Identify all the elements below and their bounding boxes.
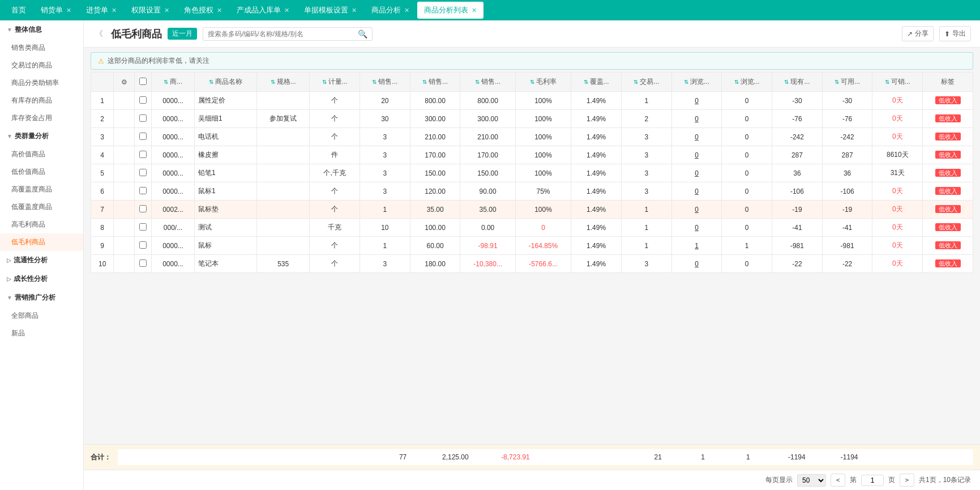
row-view1[interactable]: 0: [671, 92, 722, 110]
row-checkbox-cell[interactable]: [134, 237, 151, 255]
sidebar-item-low-value[interactable]: 低价值商品: [0, 163, 83, 181]
export-button[interactable]: ⬆ 导出: [939, 26, 971, 41]
nav-close-product-analysis-list[interactable]: ✕: [472, 7, 477, 14]
row-checkbox[interactable]: [139, 114, 147, 122]
col-saleable[interactable]: ⇅可销...: [872, 73, 923, 92]
nav-template[interactable]: 单据模板设置 ✕: [297, 2, 363, 19]
row-checkbox-cell[interactable]: [134, 92, 151, 110]
row-sales-price: 210.00: [410, 128, 460, 146]
sidebar-item-new-products[interactable]: 新品: [0, 325, 83, 342]
row-coverage: 1.49%: [571, 110, 622, 128]
sidebar-group-cluster[interactable]: ▼ 类群量分析: [0, 127, 83, 146]
sidebar-item-stocked-products[interactable]: 有库存的商品: [0, 92, 83, 109]
col-view2[interactable]: ⇅浏览...: [722, 73, 772, 92]
sidebar-item-traded-products[interactable]: 交易过的商品: [0, 57, 83, 74]
row-checkbox-cell[interactable]: [134, 219, 151, 237]
col-checkbox-all[interactable]: [134, 73, 151, 92]
nav-close-product-analysis[interactable]: ✕: [404, 7, 409, 14]
row-view1[interactable]: 0: [671, 182, 722, 201]
date-tag[interactable]: 近一月: [168, 28, 197, 40]
col-coverage[interactable]: ⇅覆盖...: [571, 73, 622, 92]
sidebar-item-stock-capital[interactable]: 库存资金占用: [0, 109, 83, 127]
nav-close-template[interactable]: ✕: [352, 7, 357, 14]
col-unit[interactable]: ⇅计量...: [310, 73, 360, 92]
col-sales-profit[interactable]: ⇅销售...: [460, 73, 515, 92]
row-checkbox-cell[interactable]: [134, 255, 151, 273]
sidebar-item-high-profit[interactable]: 高毛利商品: [0, 216, 83, 233]
col-code[interactable]: ⇅商...: [151, 73, 194, 92]
sidebar-group-growth[interactable]: ▷ 成长性分析: [0, 270, 83, 288]
col-available[interactable]: ⇅可用...: [822, 73, 872, 92]
row-view1[interactable]: 0: [671, 146, 722, 164]
checkbox-all[interactable]: [139, 78, 147, 85]
col-stock-now[interactable]: ⇅现有...: [772, 73, 823, 92]
per-page-select[interactable]: 50 10 20 100: [797, 474, 826, 487]
sidebar-item-all-products[interactable]: 全部商品: [0, 307, 83, 325]
nav-close-permission[interactable]: ✕: [164, 7, 169, 14]
prev-page-btn[interactable]: ＜: [831, 474, 845, 487]
share-button[interactable]: ↗ 分享: [902, 26, 934, 41]
next-page-btn[interactable]: ＞: [900, 474, 914, 487]
tag-badge: 低收入: [935, 223, 961, 231]
col-transaction[interactable]: ⇅交易...: [621, 73, 671, 92]
search-input[interactable]: [208, 30, 356, 38]
col-view1[interactable]: ⇅浏览...: [671, 73, 722, 92]
row-checkbox[interactable]: [139, 205, 147, 212]
row-checkbox[interactable]: [139, 151, 147, 158]
sidebar-item-high-value[interactable]: 高价值商品: [0, 146, 83, 163]
nav-close-product-warehouse[interactable]: ✕: [284, 7, 289, 14]
row-view1[interactable]: 1: [671, 237, 722, 255]
sidebar-item-low-coverage[interactable]: 低覆盖度商品: [0, 198, 83, 216]
nav-close-purchase[interactable]: ✕: [112, 7, 117, 14]
col-name[interactable]: ⇅商品名称: [194, 73, 256, 92]
sidebar-item-low-profit[interactable]: 低毛利商品: [0, 233, 83, 251]
sidebar-group-overview[interactable]: ▼ 整体信息: [0, 20, 83, 39]
data-table-wrapper: ⚙ ⇅商... ⇅商品名称 ⇅规格...: [84, 72, 980, 444]
nav-home[interactable]: 首页: [5, 2, 33, 19]
row-checkbox[interactable]: [139, 169, 147, 176]
row-checkbox[interactable]: [139, 241, 147, 249]
nav-product-warehouse[interactable]: 产成品入库单 ✕: [230, 2, 296, 19]
row-sales-qty: 3: [360, 182, 410, 201]
row-checkbox[interactable]: [139, 133, 147, 140]
row-checkbox-cell[interactable]: [134, 164, 151, 182]
col-sales-qty[interactable]: ⇅销售...: [360, 73, 410, 92]
row-checkbox-cell[interactable]: [134, 201, 151, 219]
sidebar-group-marketing[interactable]: ▼ 营销推广分析: [0, 288, 83, 307]
col-settings[interactable]: ⚙: [114, 73, 135, 92]
sidebar-item-high-coverage[interactable]: 高覆盖度商品: [0, 181, 83, 198]
row-checkbox[interactable]: [139, 96, 147, 104]
row-checkbox-cell[interactable]: [134, 110, 151, 128]
sidebar-item-category-sales-rate[interactable]: 商品分类助销率: [0, 74, 83, 92]
row-view2: 0: [722, 201, 772, 219]
row-view1[interactable]: 0: [671, 164, 722, 182]
row-view1[interactable]: 0: [671, 201, 722, 219]
col-gross-rate[interactable]: ⇅毛利率: [515, 73, 571, 92]
nav-product-analysis[interactable]: 商品分析 ✕: [365, 2, 416, 19]
search-icon[interactable]: 🔍: [358, 29, 367, 39]
row-view1[interactable]: 0: [671, 110, 722, 128]
row-checkbox-cell[interactable]: [134, 146, 151, 164]
row-checkbox[interactable]: [139, 223, 147, 231]
col-sales-price[interactable]: ⇅销售...: [410, 73, 460, 92]
row-view1[interactable]: 0: [671, 128, 722, 146]
row-checkbox[interactable]: [139, 187, 147, 194]
nav-sales[interactable]: 销货单 ✕: [34, 2, 78, 19]
nav-permission[interactable]: 权限设置 ✕: [125, 2, 176, 19]
nav-purchase[interactable]: 进货单 ✕: [79, 2, 123, 19]
row-checkbox-cell[interactable]: [134, 128, 151, 146]
row-checkbox-cell[interactable]: [134, 182, 151, 201]
sidebar-collapse-btn[interactable]: 《: [93, 28, 105, 40]
sidebar-group-liquidity[interactable]: ▷ 流通性分析: [0, 251, 83, 270]
nav-role[interactable]: 角色授权 ✕: [177, 2, 229, 19]
table-row: 3 0000... 电话机 个 3 210.00 210.00 100% 1.4…: [91, 128, 973, 146]
page-input[interactable]: [861, 475, 884, 486]
nav-product-analysis-list[interactable]: 商品分析列表 ✕: [417, 2, 483, 19]
col-spec[interactable]: ⇅规格...: [257, 73, 310, 92]
row-view1[interactable]: 0: [671, 255, 722, 273]
row-view1[interactable]: 0: [671, 219, 722, 237]
nav-close-role[interactable]: ✕: [217, 7, 222, 14]
sidebar-item-sales-products[interactable]: 销售类商品: [0, 39, 83, 57]
row-checkbox[interactable]: [139, 259, 147, 267]
nav-close-sales[interactable]: ✕: [66, 7, 71, 14]
